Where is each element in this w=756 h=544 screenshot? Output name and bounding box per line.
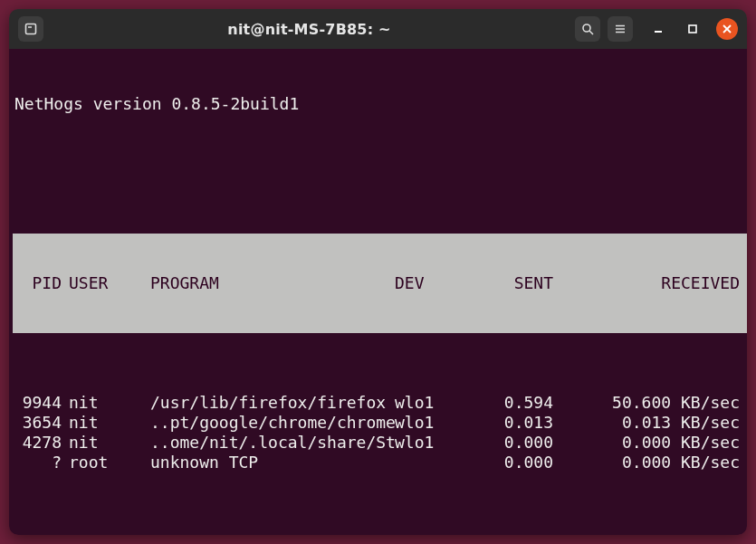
cell-dev bbox=[395, 453, 494, 472]
svg-rect-8 bbox=[689, 25, 696, 33]
table-row: 4278nit..ome/nit/.local/share/Stwlo10.00… bbox=[13, 433, 747, 453]
terminal-window: nit@nit-MS-7B85: ~ bbox=[9, 9, 747, 535]
table-row: 9944nit/usr/lib/firefox/firefoxwlo10.594… bbox=[13, 393, 747, 413]
cell-program: ..ome/nit/.local/share/St bbox=[150, 433, 395, 453]
col-pid: PID bbox=[13, 273, 69, 293]
window-title: nit@nit-MS-7B85: ~ bbox=[51, 21, 568, 38]
minimize-button[interactable] bbox=[647, 18, 669, 40]
col-program: PROGRAM bbox=[150, 273, 395, 293]
search-button[interactable] bbox=[575, 16, 600, 42]
titlebar[interactable]: nit@nit-MS-7B85: ~ bbox=[9, 9, 747, 49]
cell-sent: 0.000 bbox=[494, 453, 553, 472]
close-button[interactable] bbox=[716, 18, 738, 40]
cell-pid: 3654 bbox=[13, 413, 69, 433]
svg-rect-0 bbox=[26, 24, 36, 34]
col-sent: SENT bbox=[494, 273, 553, 293]
table-row: 3654nit..pt/google/chrome/chromewlo10.01… bbox=[13, 413, 747, 433]
cell-sent: 0.013 bbox=[494, 413, 553, 433]
cell-user: root bbox=[69, 453, 150, 472]
cell-program: ..pt/google/chrome/chrome bbox=[150, 413, 395, 433]
version-line: NetHogs version 0.8.5-2build1 bbox=[13, 94, 747, 114]
cell-received: 50.600 KB/sec bbox=[553, 393, 747, 413]
process-rows: 9944nit/usr/lib/firefox/firefoxwlo10.594… bbox=[13, 393, 747, 472]
cell-pid: ? bbox=[13, 453, 69, 472]
cell-dev: wlo1 bbox=[395, 433, 494, 453]
cell-received: 0.000 KB/sec bbox=[553, 453, 747, 472]
cell-sent: 0.000 bbox=[494, 433, 553, 453]
table-row: ?rootunknown TCP0.0000.000 KB/sec bbox=[13, 453, 747, 472]
cell-user: nit bbox=[69, 433, 150, 453]
cell-user: nit bbox=[69, 413, 150, 433]
svg-point-2 bbox=[583, 24, 590, 32]
cell-received: 0.000 KB/sec bbox=[553, 433, 747, 453]
cell-program: /usr/lib/firefox/firefox bbox=[150, 393, 395, 413]
col-received: RECEIVED bbox=[553, 273, 747, 293]
cell-user: nit bbox=[69, 393, 150, 413]
terminal-body[interactable]: NetHogs version 0.8.5-2build1 PID USER P… bbox=[9, 49, 747, 535]
svg-line-3 bbox=[589, 31, 593, 34]
col-dev: DEV bbox=[395, 273, 494, 293]
hamburger-menu-button[interactable] bbox=[608, 16, 633, 42]
cell-received: 0.013 KB/sec bbox=[553, 413, 747, 433]
cell-program: unknown TCP bbox=[150, 453, 395, 472]
cell-sent: 0.594 bbox=[494, 393, 553, 413]
cell-pid: 9944 bbox=[13, 393, 69, 413]
col-user: USER bbox=[69, 273, 150, 293]
new-tab-button[interactable] bbox=[18, 16, 43, 42]
cell-pid: 4278 bbox=[13, 433, 69, 453]
maximize-button[interactable] bbox=[682, 18, 703, 40]
cell-dev: wlo1 bbox=[395, 413, 494, 433]
table-header: PID USER PROGRAM DEV SENT RECEIVED bbox=[13, 234, 747, 333]
cell-dev: wlo1 bbox=[395, 393, 494, 413]
